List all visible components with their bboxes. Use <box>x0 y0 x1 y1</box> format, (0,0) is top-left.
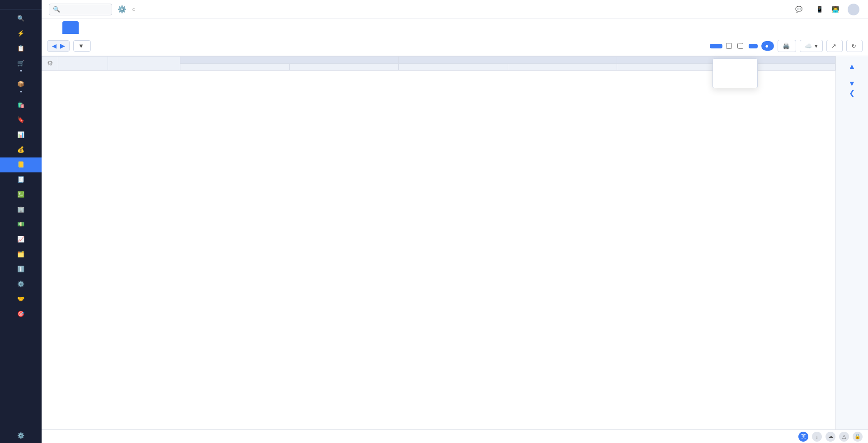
back-old-version-btn[interactable] <box>710 44 722 48</box>
show-ytd-checkbox[interactable] <box>737 43 745 49</box>
period-nav-up[interactable]: ▲ <box>848 62 857 71</box>
topbar-search-box[interactable]: 🔍 <box>49 4 112 15</box>
purchase-icon: 🔖 <box>17 116 24 123</box>
sidebar-settings-btn[interactable]: ⚙️ <box>0 428 42 443</box>
topbar-app-download-btn[interactable]: 📱 <box>816 6 825 13</box>
main-content: 🔍 ⚙️ ○ 💬 📱 👨‍💻 <box>42 0 868 443</box>
sidebar-item-guide[interactable]: 🎯 <box>0 307 42 322</box>
refresh-icon: ↻ <box>851 43 856 49</box>
status-btn-5[interactable]: 🔒 <box>853 432 863 442</box>
chevron-down-icon: ▼ <box>78 43 84 49</box>
breadcrumb-all[interactable]: ◀ ▶ <box>47 40 70 52</box>
sidebar-item-wholesale[interactable]: 📦 ▾ <box>0 77 42 98</box>
invoice-icon: 🧾 <box>17 176 24 183</box>
sidebar-item-ecommerce[interactable]: 🛍️ <box>0 98 42 113</box>
column-settings-icon[interactable]: ⚙ <box>47 59 53 67</box>
sidebar-item-report[interactable]: 🗂️ <box>0 247 42 262</box>
export-btn[interactable]: ↗ <box>826 40 843 52</box>
format-menu-item-amount[interactable] <box>713 59 757 66</box>
statusbar-right: 英 ↓ ☁ △ 🔒 <box>798 432 863 442</box>
sidebar-item-operations[interactable]: 📈 <box>0 232 42 247</box>
ecommerce-icon: 🛍️ <box>17 101 24 108</box>
tax-icon: 💹 <box>17 191 24 198</box>
capital-icon: 💰 <box>17 146 24 153</box>
tab-balance[interactable] <box>62 21 79 34</box>
th-name <box>108 57 180 71</box>
sidebar-item-retail[interactable]: 🛒 ▾ <box>0 56 42 77</box>
th-curr-credit <box>508 63 617 71</box>
sidebar-item-tax[interactable]: 💹 <box>0 187 42 202</box>
sidebar-item-system[interactable]: ⚙️ <box>0 277 42 292</box>
wholesale-icon: 📦 <box>17 81 24 87</box>
inventory-icon: 📊 <box>17 131 24 138</box>
th-settings[interactable]: ⚙ <box>42 57 58 71</box>
period-item-2023a[interactable] <box>836 71 868 75</box>
th-code <box>58 57 108 71</box>
status-btn-4[interactable]: △ <box>839 432 849 442</box>
sidebar-item-search[interactable]: 🔍 <box>0 11 42 26</box>
expand-all-toggle[interactable]: ● <box>761 41 774 51</box>
topbar-user-btn[interactable] <box>848 4 861 15</box>
show-auxiliary-checkbox[interactable] <box>726 43 734 49</box>
topbar-online-service-btn[interactable]: 👨‍💻 <box>832 6 840 13</box>
topbar-demo-link[interactable]: ○ <box>132 6 137 13</box>
period-header <box>850 58 854 62</box>
period-item-2023b[interactable] <box>836 75 868 79</box>
guide-icon: 🎯 <box>17 310 24 317</box>
sidebar: 🔍 ⚡ 📋 🛒 ▾ 📦 ▾ 🛍️ 🔖 📊 💰 📒 🧾 <box>0 0 42 443</box>
demo-icon: ○ <box>132 6 136 13</box>
status-btn-1[interactable]: 英 <box>798 432 808 442</box>
statusbar: 英 ↓ ☁ △ 🔒 <box>42 429 868 443</box>
sidebar-item-inventory[interactable]: 📊 <box>0 128 42 143</box>
export-icon: ↗ <box>831 43 836 49</box>
print-btn[interactable]: 🖨️ <box>778 40 796 52</box>
refresh-btn[interactable]: ↻ <box>846 40 863 52</box>
topbar: 🔍 ⚙️ ○ 💬 📱 👨‍💻 <box>42 0 868 19</box>
sidebar-item-project[interactable]: 📋 <box>0 41 42 56</box>
user-avatar <box>848 4 859 15</box>
payroll-icon: 💵 <box>17 221 24 228</box>
topbar-settings-icon[interactable]: ⚙️ <box>118 5 127 14</box>
period-nav-down[interactable]: ▼ <box>848 79 857 89</box>
retail-icon: 🛒 <box>17 60 24 67</box>
sidebar-item-payroll[interactable]: 💵 <box>0 217 42 232</box>
table-wrapper[interactable]: ⚙ <box>42 56 835 429</box>
sidebar-item-capital[interactable]: 💰 <box>0 143 42 157</box>
breadcrumb-left-icon: ◀ <box>52 43 57 49</box>
service-icon: 👨‍💻 <box>832 6 839 13</box>
quick-nav-icon: ⚡ <box>17 30 24 37</box>
message-icon: 💬 <box>795 6 802 13</box>
format-dropdown-btn[interactable] <box>749 44 758 48</box>
period-sidebar: ▲ ▼ ❮ <box>835 56 868 429</box>
format-menu-item-qty-amount[interactable] <box>713 66 757 73</box>
content-area: ⚙ <box>42 56 868 429</box>
operations-icon: 📈 <box>17 236 24 243</box>
search-icon: 🔍 <box>17 15 24 22</box>
print-icon: 🖨️ <box>783 43 790 49</box>
th-ob-debit <box>180 63 290 71</box>
sidebar-item-quick-nav[interactable]: ⚡ <box>0 26 42 41</box>
sidebar-settings-icon: ⚙️ <box>17 432 24 439</box>
th-current-group <box>399 57 617 64</box>
tab-home[interactable] <box>47 24 61 30</box>
basic-info-icon: ℹ️ <box>17 266 24 272</box>
sidebar-item-coop[interactable]: 🤝 <box>0 292 42 307</box>
th-opening-group <box>180 57 399 64</box>
topbar-message-btn[interactable]: 💬 <box>795 6 809 13</box>
expand-more-btn[interactable]: ▼ <box>73 40 91 52</box>
status-btn-2[interactable]: ↓ <box>812 432 822 442</box>
sidebar-item-basic-info[interactable]: ℹ️ <box>0 262 42 277</box>
format-menu-item-foreign-amount[interactable] <box>713 73 757 81</box>
format-menu-item-qty-foreign[interactable] <box>713 81 757 88</box>
topbar-search-icon: 🔍 <box>53 6 60 13</box>
period-collapse-btn[interactable]: ❮ <box>849 89 855 97</box>
sidebar-item-purchase[interactable]: 🔖 <box>0 113 42 128</box>
report-icon: 🗂️ <box>17 251 24 257</box>
status-btn-3[interactable]: ☁ <box>826 432 835 442</box>
format-dropdown-menu <box>712 58 758 88</box>
sidebar-item-general-ledger[interactable]: 📒 <box>0 157 42 172</box>
sidebar-item-invoice[interactable]: 🧾 <box>0 172 42 187</box>
app-icon: 📱 <box>816 6 823 13</box>
sidebar-item-fixed-assets[interactable]: 🏢 <box>0 202 42 217</box>
cloud-print-btn[interactable]: ☁️ ▾ <box>800 40 823 52</box>
